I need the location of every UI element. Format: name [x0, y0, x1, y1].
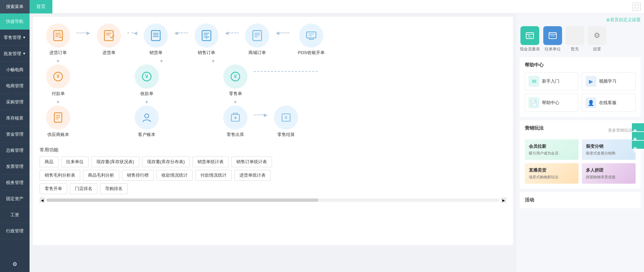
scroll-right-btn[interactable]: ▶ — [501, 197, 506, 203]
label-retail-out: 零售出库 — [227, 132, 244, 138]
node-retail-slip[interactable]: ¥ 零售单 — [217, 64, 254, 97]
label-payment-out: 付款单 — [52, 91, 65, 97]
sidebar-label-retail: 零售管理 — [4, 35, 21, 41]
btn-sales-gross[interactable]: 销售毛利分析表 — [40, 170, 80, 181]
node-payment-in[interactable]: ¥ 收款单 — [128, 64, 165, 97]
quick-icon-none[interactable]: 暂无 — [565, 26, 584, 52]
sidebar-item-wholesale[interactable]: 批发管理 ▼ — [0, 46, 30, 62]
svg-rect-0 — [54, 31, 62, 41]
search-menu-btn[interactable]: 搜索菜单 — [0, 0, 30, 13]
online-icon: 👤 — [586, 97, 596, 108]
scroll-left-btn[interactable]: ◀ — [40, 197, 45, 203]
btn-sales-stat[interactable]: 销货单统计表 — [192, 156, 229, 167]
node-mall-order[interactable]: 商城订单 — [239, 24, 276, 56]
marketing-member[interactable]: 会员拉新 吸引用户成为会员 — [525, 139, 579, 160]
btn-receipt-stat[interactable]: 收款情况统计 — [156, 170, 193, 181]
label-sales-slip: 销货单 — [149, 50, 163, 56]
btn-stock-status[interactable]: 现存量(库存状况表) — [91, 156, 139, 167]
node-retail-settle[interactable]: ¥ 零售结算 — [268, 105, 305, 138]
marketing-title: 营销玩法 — [525, 125, 544, 131]
quick-icon-cashflow[interactable]: 现金流量表 — [520, 26, 540, 52]
settings-label: 设置 — [593, 46, 601, 52]
sidebar-label-general-ledger: 总账管理 — [6, 147, 24, 153]
btn-sales-order-stat[interactable]: 销售订单统计表 — [231, 156, 272, 167]
more-marketing-link[interactable]: 更多营销玩法 > — [608, 128, 636, 133]
node-pos[interactable]: POS收银开单 — [289, 24, 333, 56]
gear-icon: ⚙ — [606, 17, 610, 22]
label-pos: POS收银开单 — [298, 50, 324, 56]
btn-guide-rank[interactable]: 导购排名 — [100, 183, 128, 194]
help-online[interactable]: 👤 在线客服 — [582, 94, 636, 112]
marketing-group[interactable]: 多人拼团 拼团购物享受优惠 — [582, 163, 636, 184]
btn-sales-rank[interactable]: 销售排行榜 — [122, 170, 154, 181]
scroll-track[interactable] — [46, 198, 500, 202]
svg-rect-4 — [104, 31, 113, 41]
sidebar-item-ecommerce-small[interactable]: 小畅电商 — [0, 62, 30, 78]
node-customer-ledger[interactable]: 客户账本 — [128, 105, 165, 138]
btn-goods-gross[interactable]: 商品毛利分析 — [83, 170, 119, 181]
none-icon-box — [565, 26, 584, 45]
tab-home[interactable]: 首页 — [30, 0, 52, 13]
helpcenter-icon: 📄 — [528, 97, 539, 108]
help-center-title: 帮助中心 — [525, 62, 636, 68]
float-btn-desktop[interactable]: 桌面快捷 — [632, 141, 644, 149]
sidebar-label-inventory: 库存核算 — [6, 115, 24, 121]
help-beginner[interactable]: ✉ 新手入门 — [525, 72, 579, 90]
svg-rect-14 — [253, 31, 262, 41]
sidebar-item-payroll[interactable]: 工资 — [0, 207, 30, 223]
online-label: 在线客服 — [599, 100, 616, 106]
float-btn-customer-service[interactable]: 客服热线 — [632, 123, 644, 131]
btn-store-rank[interactable]: 门店排名 — [70, 183, 97, 194]
help-video[interactable]: ▶ 视频学习 — [582, 72, 636, 90]
btn-goods[interactable]: 商品 — [40, 156, 58, 167]
flow-diagram: 进货订单 ▶ 进货单 — [40, 24, 506, 140]
btn-payment-stat[interactable]: 付款情况统计 — [195, 170, 232, 181]
sidebar-item-tax[interactable]: 税务管理 — [0, 175, 30, 191]
node-purchase-order[interactable]: 进货订单 — [40, 24, 77, 56]
content-area: 进货订单 ▶ 进货单 — [30, 13, 644, 272]
none-label: 暂无 — [571, 46, 579, 52]
scroll-bar: ◀ ▶ — [40, 197, 506, 203]
sidebar-item-inventory[interactable]: 库存核算 — [0, 110, 30, 126]
sidebar-item-finance[interactable]: 资金管理 — [0, 126, 30, 142]
marketing-fission[interactable]: 裂变分销 裂变式发展分销商 — [582, 139, 636, 160]
sidebar-item-invoice[interactable]: 发票管理 — [0, 158, 30, 175]
sidebar-item-fixed-assets[interactable]: 固定资产 — [0, 191, 30, 207]
sidebar-item-general-ledger[interactable]: 总账管理 — [0, 142, 30, 158]
label-customer-ledger: 客户账本 — [138, 132, 155, 138]
marketing-live[interactable]: 直播卖货 场景式购物新玩法 — [525, 163, 579, 184]
contacts-icon-box — [543, 26, 562, 45]
sidebar-item-retail[interactable]: 零售管理 ▼ — [0, 30, 30, 46]
svg-text:¥: ¥ — [145, 74, 148, 79]
btn-stock-dist[interactable]: 现存量(库存分布表) — [142, 156, 190, 167]
btn-purchase-stat[interactable]: 进货单统计表 — [234, 170, 271, 181]
btn-contacts[interactable]: 往来单位 — [61, 156, 89, 167]
node-purchase-slip[interactable]: 进货单 — [90, 24, 127, 56]
marketing-group-desc: 拼团购物享受优惠 — [586, 175, 632, 180]
node-sales-slip[interactable]: 销货单 — [137, 24, 174, 56]
white-card: 进货订单 ▶ 进货单 — [33, 17, 513, 245]
func-buttons-row3: 零售开单 门店排名 导购排名 — [40, 183, 506, 194]
func-buttons-row2: 销售毛利分析表 商品毛利分析 销售排行榜 收款情况统计 付款情况统计 进货单统计… — [40, 170, 506, 181]
fullscreen-button[interactable]: ⛶ — [633, 3, 641, 11]
cashflow-label: 现金流量表 — [520, 46, 540, 52]
quick-icon-contacts[interactable]: 往来单位 — [543, 26, 562, 52]
sidebar-item-quick-nav[interactable]: 快捷导航 — [0, 13, 30, 30]
homepage-customize-link[interactable]: ⚙ 首页自定义设置 — [520, 17, 641, 23]
svg-text:¥: ¥ — [56, 74, 60, 79]
sidebar-gear-button[interactable]: ⚙ — [0, 256, 30, 272]
node-sales-order[interactable]: 销售订单 — [188, 24, 225, 56]
sidebar-item-ecommerce-mgmt[interactable]: 电商管理 — [0, 78, 30, 94]
quick-icon-settings[interactable]: ⚙ 设置 — [588, 26, 606, 52]
node-supplier-ledger[interactable]: 供应商账本 — [40, 105, 77, 138]
main-layout: 快捷导航 零售管理 ▼ 批发管理 ▼ 小畅电商 电商管理 采购管理 库存核算 资… — [0, 13, 644, 272]
btn-retail-order[interactable]: 零售开单 — [40, 183, 67, 194]
sidebar-item-admin[interactable]: 行政管理 — [0, 223, 30, 239]
sidebar-item-purchase[interactable]: 采购管理 — [0, 94, 30, 110]
marketing-fission-title: 裂变分销 — [586, 143, 632, 149]
help-center-link[interactable]: 📄 帮助中心 — [525, 94, 579, 112]
node-retail-out[interactable]: 零售出库 — [217, 105, 254, 138]
float-btn-community[interactable]: 服务社区 — [632, 132, 644, 140]
main-panel: 进货订单 ▶ 进货单 — [30, 13, 516, 272]
node-payment-out[interactable]: ¥ 付款单 — [40, 64, 77, 97]
